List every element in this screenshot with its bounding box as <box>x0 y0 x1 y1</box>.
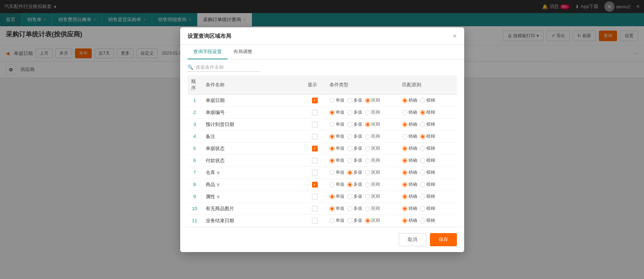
type-opt-多值-10[interactable]: 多值 <box>347 205 362 212</box>
radio-circle-type-单值-7[interactable] <box>329 170 335 175</box>
row-display-11[interactable] <box>304 215 326 227</box>
type-opt-区间-2[interactable]: 区间 <box>365 109 380 115</box>
match-opt-模糊-8[interactable]: 模糊 <box>420 181 435 188</box>
match-opt-精确-9[interactable]: 精确 <box>402 193 417 200</box>
radio-circle-type-区间-7[interactable] <box>365 170 370 175</box>
checkbox-1[interactable] <box>312 98 318 103</box>
radio-circle-match-精确-8[interactable] <box>402 182 407 187</box>
radio-circle-match-精确-10[interactable] <box>402 206 407 211</box>
radio-circle-type-单值-6[interactable] <box>329 158 335 163</box>
radio-circle-match-精确-2[interactable] <box>402 110 407 115</box>
radio-circle-match-模糊-4[interactable] <box>420 134 425 139</box>
checkbox-11[interactable] <box>312 218 318 224</box>
checkbox-6[interactable] <box>312 158 318 164</box>
type-opt-多值-7[interactable]: 多值 <box>347 169 362 176</box>
radio-circle-match-模糊-1[interactable] <box>420 98 425 103</box>
radio-circle-match-精确-4[interactable] <box>402 134 407 139</box>
type-opt-单值-7[interactable]: 单值 <box>329 169 344 176</box>
match-opt-模糊-11[interactable]: 模糊 <box>420 217 435 224</box>
type-opt-单值-9[interactable]: 单值 <box>329 193 344 200</box>
match-opt-模糊-3[interactable]: 模糊 <box>420 121 435 127</box>
radio-circle-type-区间-9[interactable] <box>365 194 370 199</box>
radio-circle-match-精确-7[interactable] <box>402 170 407 175</box>
radio-circle-type-单值-3[interactable] <box>329 122 335 127</box>
match-opt-精确-8[interactable]: 精确 <box>402 181 417 188</box>
radio-circle-type-区间-10[interactable] <box>365 206 370 211</box>
match-opt-精确-4[interactable]: 精确 <box>402 133 417 140</box>
type-opt-区间-9[interactable]: 区间 <box>365 193 380 200</box>
type-opt-多值-2[interactable]: 多值 <box>347 109 362 115</box>
type-opt-单值-4[interactable]: 单值 <box>329 133 344 140</box>
radio-circle-type-区间-6[interactable] <box>365 158 370 163</box>
save-button[interactable]: 保存 <box>430 233 457 246</box>
radio-circle-type-多值-2[interactable] <box>347 110 352 115</box>
type-opt-多值-8[interactable]: 多值 <box>347 181 362 188</box>
type-opt-多值-1[interactable]: 多值 <box>347 97 362 103</box>
radio-circle-type-单值-11[interactable] <box>329 218 335 223</box>
match-opt-精确-2[interactable]: 精确 <box>402 109 417 115</box>
radio-circle-type-多值-3[interactable] <box>347 122 352 127</box>
radio-circle-type-区间-1[interactable] <box>365 98 370 103</box>
row-display-6[interactable] <box>304 154 326 166</box>
radio-circle-type-区间-2[interactable] <box>365 110 370 115</box>
match-opt-精确-6[interactable]: 精确 <box>402 157 417 164</box>
radio-circle-match-精确-3[interactable] <box>402 122 407 127</box>
type-opt-单值-6[interactable]: 单值 <box>329 157 344 164</box>
type-opt-单值-1[interactable]: 单值 <box>329 97 344 103</box>
row-display-4[interactable] <box>304 130 326 142</box>
checkbox-10[interactable] <box>312 206 318 212</box>
match-opt-精确-11[interactable]: 精确 <box>402 217 417 224</box>
radio-circle-match-精确-9[interactable] <box>402 194 407 199</box>
checkbox-8[interactable] <box>312 182 318 188</box>
radio-circle-type-单值-1[interactable] <box>329 98 335 103</box>
type-opt-单值-3[interactable]: 单值 <box>329 121 344 127</box>
type-opt-区间-8[interactable]: 区间 <box>365 181 380 188</box>
radio-circle-match-模糊-7[interactable] <box>420 170 425 175</box>
radio-circle-type-多值-11[interactable] <box>347 218 352 223</box>
radio-circle-type-单值-2[interactable] <box>329 110 335 115</box>
search-input[interactable] <box>195 64 254 70</box>
match-opt-模糊-10[interactable]: 模糊 <box>420 205 435 212</box>
match-opt-模糊-5[interactable]: 模糊 <box>420 145 435 152</box>
type-opt-多值-3[interactable]: 多值 <box>347 121 362 127</box>
match-opt-模糊-2[interactable]: 模糊 <box>420 109 435 115</box>
radio-circle-type-区间-11[interactable] <box>365 218 370 223</box>
checkbox-2[interactable] <box>312 110 318 115</box>
row-display-3[interactable] <box>304 118 326 130</box>
radio-circle-type-区间-8[interactable] <box>365 182 370 187</box>
row-display-9[interactable] <box>304 190 326 203</box>
radio-circle-type-区间-5[interactable] <box>365 146 370 151</box>
match-opt-精确-3[interactable]: 精确 <box>402 121 417 127</box>
cancel-button[interactable]: 取消 <box>399 233 426 246</box>
radio-circle-type-区间-4[interactable] <box>365 134 370 139</box>
row-display-2[interactable] <box>304 106 326 118</box>
type-opt-多值-4[interactable]: 多值 <box>347 133 362 140</box>
type-opt-单值-5[interactable]: 单值 <box>329 145 344 152</box>
row-display-10[interactable] <box>304 203 326 215</box>
radio-circle-type-多值-5[interactable] <box>347 146 352 151</box>
type-opt-多值-6[interactable]: 多值 <box>347 157 362 164</box>
radio-circle-match-精确-1[interactable] <box>402 98 407 103</box>
type-opt-区间-1[interactable]: 区间 <box>365 97 380 103</box>
match-opt-精确-7[interactable]: 精确 <box>402 169 417 176</box>
radio-circle-type-多值-1[interactable] <box>347 98 352 103</box>
checkbox-4[interactable] <box>312 134 318 140</box>
radio-circle-match-模糊-3[interactable] <box>420 122 425 127</box>
radio-circle-match-模糊-2[interactable] <box>420 110 425 115</box>
radio-circle-match-模糊-9[interactable] <box>420 194 425 199</box>
tab-layout-adjust[interactable]: 布局调整 <box>228 45 258 59</box>
checkbox-3[interactable] <box>312 122 318 127</box>
checkbox-7[interactable] <box>312 170 318 176</box>
match-opt-精确-10[interactable]: 精确 <box>402 205 417 212</box>
radio-circle-type-单值-10[interactable] <box>329 206 335 211</box>
type-opt-多值-11[interactable]: 多值 <box>347 217 362 224</box>
match-opt-模糊-1[interactable]: 模糊 <box>420 97 435 103</box>
radio-circle-type-多值-7[interactable] <box>347 170 352 175</box>
type-opt-区间-6[interactable]: 区间 <box>365 157 380 164</box>
type-opt-区间-10[interactable]: 区间 <box>365 205 380 212</box>
row-display-7[interactable] <box>304 166 326 178</box>
type-opt-单值-2[interactable]: 单值 <box>329 109 344 115</box>
type-opt-单值-11[interactable]: 单值 <box>329 217 344 224</box>
type-opt-区间-4[interactable]: 区间 <box>365 133 380 140</box>
radio-circle-type-单值-8[interactable] <box>329 182 335 187</box>
